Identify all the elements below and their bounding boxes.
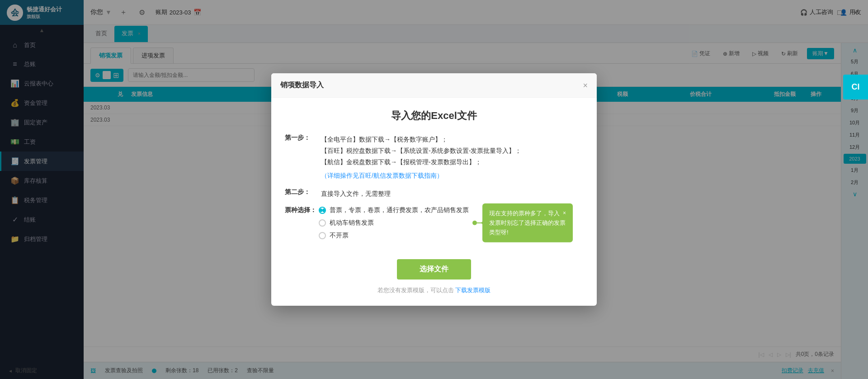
radio-group: 普票，专票，卷票，通行费发票，农产品销售发票 机动车销售发票 × xyxy=(319,206,469,240)
tooltip-close-btn[interactable]: × xyxy=(563,209,566,218)
radio-item-2[interactable]: 机动车销售发票 × 现在支持的票种多了，导入发票时别忘了选择正确的发票类型呀! xyxy=(319,219,469,227)
radio-item-1[interactable]: 普票，专票，卷票，通行费发票，农产品销售发票 xyxy=(319,206,469,214)
radio-circle-3 xyxy=(319,232,326,239)
modal-body: 导入您的Excel文件 第一步： 【全电平台】数据下载→【税务数字账户】； 【百… xyxy=(271,98,597,252)
step2-content: 直接导入文件，无需整理 xyxy=(321,188,391,199)
download-tip: 若您没有发票模版，可以点击 下载发票模版 xyxy=(285,286,583,294)
step1-line2: 【百旺】税控盘数据下载→【系统设置-系统参数设置-发票批量导入】； xyxy=(321,145,521,156)
step1-line3: 【航信】金税盘数据下载→【报税管理-发票数据导出】； xyxy=(321,156,521,168)
ticket-label: 票种选择： xyxy=(285,206,316,214)
radio-item-3[interactable]: 不开票 xyxy=(319,232,469,240)
step1-guide-link[interactable]: （详细操作见百旺/航信发票数据下载指南） xyxy=(321,172,443,179)
step1-label: 第一步： xyxy=(285,134,316,181)
step1-content: 【全电平台】数据下载→【税务数字账户】； 【百旺】税控盘数据下载→【系统设置-系… xyxy=(321,134,521,181)
ticket-select-section: 票种选择： 普票，专票，卷票，通行费发票，农产品销售发票 机动车销售发票 xyxy=(285,206,583,240)
download-tip-text: 若您没有发票模版，可以点击 xyxy=(377,287,454,294)
download-template-link[interactable]: 下载发票模版 xyxy=(455,287,491,294)
select-file-btn[interactable]: 选择文件 xyxy=(397,259,471,280)
step1-row: 第一步： 【全电平台】数据下载→【税务数字账户】； 【百旺】税控盘数据下载→【系… xyxy=(285,134,583,181)
radio-label-1: 普票，专票，卷票，通行费发票，农产品销售发票 xyxy=(330,206,469,214)
step2-label: 第二步： xyxy=(285,188,316,199)
tooltip-bubble: × 现在支持的票种多了，导入发票时别忘了选择正确的发票类型呀! xyxy=(482,204,573,242)
step2-row: 第二步： 直接导入文件，无需整理 xyxy=(285,188,583,199)
modal-close-btn[interactable]: × xyxy=(583,81,588,90)
step1-line1: 【全电平台】数据下载→【税务数字账户】； xyxy=(321,134,521,145)
modal-title: 销项数据导入 xyxy=(280,81,324,90)
tooltip-text: 现在支持的票种多了，导入发票时别忘了选择正确的发票类型呀! xyxy=(489,210,566,236)
radio-label-2: 机动车销售发票 xyxy=(330,219,374,227)
modal-center-title: 导入您的Excel文件 xyxy=(285,109,583,123)
tooltip-wrapper: × 现在支持的票种多了，导入发票时别忘了选择正确的发票类型呀! xyxy=(482,204,573,242)
modal-header: 销项数据导入 × xyxy=(271,73,597,98)
tooltip-dot xyxy=(472,221,477,225)
radio-circle-2 xyxy=(319,219,326,227)
ci-badge: CI xyxy=(843,75,868,99)
modal-footer: 选择文件 若您没有发票模版，可以点击 下载发票模版 xyxy=(271,252,597,306)
radio-label-3: 不开票 xyxy=(330,232,349,240)
radio-circle-1 xyxy=(319,207,326,214)
import-modal: 销项数据导入 × 导入您的Excel文件 第一步： 【全电平台】数据下载→【税务… xyxy=(271,73,597,306)
